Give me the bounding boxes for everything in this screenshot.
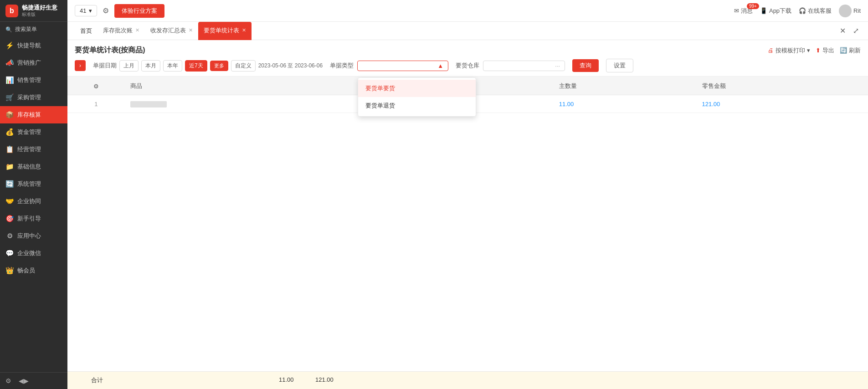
type-label: 单据类型	[330, 61, 354, 70]
main-area: 41 ▾ ⚙ 体验行业方案 ✉ 消息 99+ 📱 App下载 🎧 在线客服 R	[67, 0, 868, 389]
company-name: 41	[80, 7, 86, 14]
refresh-icon: 🔄	[840, 47, 847, 54]
date-btn-last-month[interactable]: 上月	[119, 60, 139, 72]
dropdown-option-return-goods[interactable]: 要货单退货	[358, 97, 476, 114]
tab-label: 库存批次账	[103, 26, 133, 35]
member-icon: 👑	[5, 266, 14, 275]
messages-badge: 99+	[747, 3, 759, 9]
close-all-tabs-btn[interactable]: ✕	[838, 25, 847, 37]
sidebar-item-label: 新手引导	[17, 215, 41, 223]
search-label: 搜索菜单	[15, 26, 37, 33]
expand-tabs-btn[interactable]: ⤢	[851, 25, 861, 37]
footer-total-label: 合计	[73, 376, 279, 384]
date-btn-more[interactable]: 更多	[210, 61, 228, 71]
topbar: 41 ▾ ⚙ 体验行业方案 ✉ 消息 99+ 📱 App下载 🎧 在线客服 R	[67, 0, 868, 22]
user-avatar	[839, 5, 852, 17]
page-content: 要货单统计表(按商品) 🖨 按模板打印 ▾ ⬆ 导出 🔄 刷新 ›	[67, 40, 868, 389]
phone-icon: 📱	[760, 7, 767, 14]
footer-total-qty: 11.00	[279, 376, 315, 384]
sidebar-item-system[interactable]: 🔄 系统管理	[0, 175, 67, 193]
topbar-left: 41 ▾ ⚙ 体验行业方案	[75, 4, 164, 18]
sidebar-item-guide[interactable]: 🎯 新手引导	[0, 210, 67, 227]
export-icon: ⬆	[816, 47, 821, 54]
inventory-icon: 📦	[5, 111, 14, 119]
guide-icon: 🎯	[5, 215, 14, 223]
sidebar-item-label: 应用中心	[17, 232, 41, 240]
col-amount: 零售金额	[697, 77, 868, 95]
system-icon: 🔄	[5, 180, 14, 188]
table-footer: 合计 11.00 121.00	[67, 371, 868, 389]
user-avatar-btn[interactable]: Rit	[839, 5, 861, 17]
sidebar-item-label: 企业协同	[17, 197, 41, 205]
type-select[interactable]: ▲ 要货单要货 要货单退货	[357, 61, 448, 71]
filter-bar: › 单据日期 上月 本月 本年 近7天 更多 自定义 2023-05-06 至 …	[67, 55, 868, 77]
wechat-icon: 💬	[5, 249, 14, 257]
query-btn[interactable]: 查询	[572, 59, 599, 72]
sidebar-item-apps[interactable]: ⚙ 应用中心	[0, 227, 67, 245]
filter-toggle-btn[interactable]: ›	[75, 60, 86, 71]
print-icon: 🖨	[768, 47, 774, 54]
sidebar-item-enterprise[interactable]: 🤝 企业协同	[0, 193, 67, 210]
date-btn-this-year[interactable]: 本年	[163, 60, 182, 72]
page-actions: 🖨 按模板打印 ▾ ⬆ 导出 🔄 刷新	[768, 46, 861, 55]
sidebar-item-label: 快捷导航	[17, 41, 41, 50]
tab-batch-account[interactable]: 库存批次账 ✕	[98, 22, 145, 40]
marketing-icon: 📣	[5, 59, 14, 67]
tab-close-icon[interactable]: ✕	[135, 27, 139, 33]
enterprise-icon: 🤝	[5, 197, 14, 205]
sidebar-item-operations[interactable]: 📋 经营管理	[0, 141, 67, 158]
sidebar-item-basic[interactable]: 📁 基础信息	[0, 158, 67, 175]
date-btn-custom[interactable]: 自定义	[231, 60, 256, 72]
sidebar-search[interactable]: 🔍 搜索菜单	[0, 22, 67, 37]
user-name: Rit	[853, 7, 861, 14]
dropdown-option-order-goods[interactable]: 要货单要货	[358, 80, 476, 97]
amount-link[interactable]: 121.00	[702, 101, 720, 107]
finance-icon: 💰	[5, 128, 14, 136]
qty-link[interactable]: 11.00	[559, 101, 574, 107]
tab-order-stats[interactable]: 要货单统计表 ✕	[198, 22, 252, 40]
collapse-footer-icon[interactable]: ◀▶	[19, 377, 29, 384]
industry-btn[interactable]: 体验行业方案	[114, 4, 164, 18]
print-btn[interactable]: 🖨 按模板打印 ▾	[768, 46, 810, 55]
warehouse-more-icon[interactable]: ···	[555, 62, 560, 69]
sidebar-nav: ⚡ 快捷导航 📣 营销推广 📊 销售管理 🛒 采购管理 📦 库存核算 💰 资金管…	[0, 37, 67, 372]
tab-recv-summary[interactable]: 收发存汇总表 ✕	[145, 22, 198, 40]
headset-icon: 🎧	[799, 7, 806, 14]
date-btn-7days[interactable]: 近7天	[185, 60, 207, 72]
tab-close-icon[interactable]: ✕	[242, 27, 246, 33]
date-label: 单据日期	[93, 61, 117, 70]
sidebar-item-finance[interactable]: 💰 资金管理	[0, 123, 67, 141]
footer-total-amount: 121.00	[315, 376, 352, 384]
date-btn-this-month[interactable]: 本月	[141, 60, 160, 72]
sidebar-item-purchase[interactable]: 🛒 采购管理	[0, 89, 67, 106]
online-service-btn[interactable]: 🎧 在线客服	[799, 7, 832, 15]
col-settings[interactable]: ⚙	[67, 77, 125, 95]
sidebar-item-member[interactable]: 👑 畅会员	[0, 262, 67, 279]
refresh-label: 刷新	[849, 46, 861, 55]
tab-home[interactable]: 首页	[75, 22, 98, 40]
settings-btn[interactable]: 设置	[606, 59, 633, 72]
chevron-down-icon: ▾	[89, 7, 92, 14]
page-header: 要货单统计表(按商品) 🖨 按模板打印 ▾ ⬆ 导出 🔄 刷新	[67, 40, 868, 55]
topbar-gear-icon[interactable]: ⚙	[103, 6, 109, 15]
sidebar-item-marketing[interactable]: 📣 营销推广	[0, 54, 67, 72]
sidebar-item-sales[interactable]: 📊 销售管理	[0, 72, 67, 89]
sidebar-item-quick-nav[interactable]: ⚡ 快捷导航	[0, 37, 67, 54]
company-selector[interactable]: 41 ▾	[75, 5, 97, 16]
sidebar-item-label: 采购管理	[17, 93, 41, 102]
messages-btn[interactable]: ✉ 消息 99+	[734, 7, 753, 15]
sidebar-item-wechat[interactable]: 💬 企业微信	[0, 245, 67, 262]
filter-warehouse-group: 要货仓库 ···	[456, 61, 565, 71]
dropdown-option-label: 要货单退货	[365, 102, 395, 109]
sidebar-item-label: 系统管理	[17, 180, 41, 188]
sidebar-item-inventory[interactable]: 📦 库存核算	[0, 106, 67, 123]
tab-label: 要货单统计表	[204, 26, 239, 35]
app-download-btn[interactable]: 📱 App下载	[760, 7, 791, 15]
export-label: 导出	[822, 46, 834, 55]
refresh-btn[interactable]: 🔄 刷新	[840, 46, 861, 55]
export-btn[interactable]: ⬆ 导出	[816, 46, 834, 55]
settings-footer-icon[interactable]: ⚙	[5, 377, 11, 384]
warehouse-input[interactable]: ···	[483, 61, 565, 71]
tab-close-icon[interactable]: ✕	[189, 27, 193, 33]
print-chevron-icon: ▾	[807, 47, 810, 54]
